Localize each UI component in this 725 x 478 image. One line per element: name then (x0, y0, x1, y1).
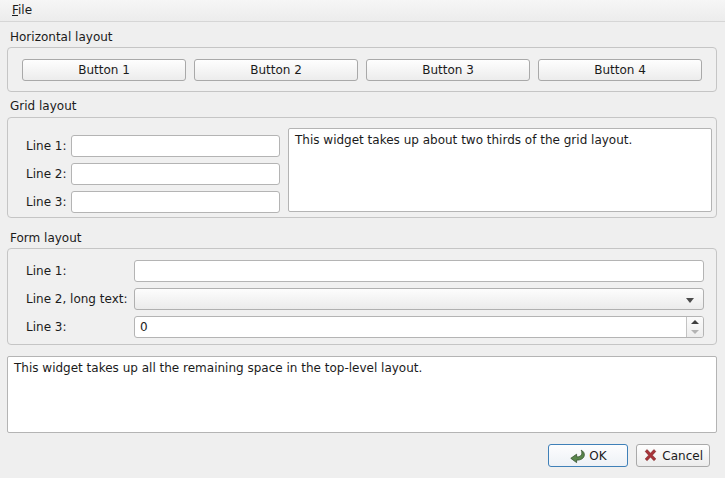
grid-line3-label: Line 3: (26, 191, 67, 213)
spinbox-buttons (686, 317, 703, 337)
grid-line1-label: Line 1: (26, 135, 67, 157)
cancel-red-x-icon (643, 448, 658, 464)
spin-down-arrow-icon[interactable] (687, 327, 703, 337)
grid-line1-input[interactable] (71, 135, 280, 157)
grid-layout-group: Line 1: Line 2: Line 3: This widget take… (7, 117, 717, 218)
bottom-text-edit[interactable]: This widget takes up all the remaining s… (7, 356, 717, 433)
form-line3-label: Line 3: (26, 316, 67, 338)
horizontal-layout-group-title: Horizontal layout (10, 30, 113, 45)
menu-file[interactable]: File (4, 0, 40, 21)
chevron-down-icon (686, 298, 694, 303)
form-line2-combobox[interactable] (134, 288, 704, 310)
cancel-button[interactable]: Cancel (636, 444, 710, 467)
cancel-button-label: Cancel (662, 449, 703, 463)
button-1[interactable]: Button 1 (22, 59, 186, 81)
form-line3-spinbox (134, 316, 704, 338)
horizontal-layout-group: Button 1 Button 2 Button 3 Button 4 (7, 47, 717, 92)
form-line1-input[interactable] (134, 260, 704, 282)
form-layout-group: Line 1: Line 2, long text: Line 3: (7, 248, 717, 345)
button-4[interactable]: Button 4 (538, 59, 702, 81)
grid-line3-input[interactable] (71, 191, 280, 213)
grid-line2-label: Line 2: (26, 163, 67, 185)
horizontal-button-row: Button 1 Button 2 Button 3 Button 4 (22, 59, 702, 81)
ok-green-arrow-icon (569, 448, 585, 464)
form-line2-label: Line 2, long text: (26, 288, 128, 310)
spin-up-arrow-icon[interactable] (687, 317, 703, 327)
form-line1-label: Line 1: (26, 260, 67, 282)
grid-layout-group-title: Grid layout (10, 99, 76, 114)
grid-text-edit[interactable]: This widget takes up about two thirds of… (288, 128, 712, 212)
menu-bar: File (0, 0, 725, 22)
spinbox-input[interactable] (134, 316, 704, 338)
grid-line2-input[interactable] (71, 163, 280, 185)
ok-button-label: OK (589, 449, 606, 463)
button-3[interactable]: Button 3 (366, 59, 530, 81)
dialog-window: File Horizontal layout Button 1 Button 2… (0, 0, 725, 478)
form-layout-group-title: Form layout (10, 231, 81, 246)
ok-button[interactable]: OK (548, 444, 628, 467)
button-2[interactable]: Button 2 (194, 59, 358, 81)
